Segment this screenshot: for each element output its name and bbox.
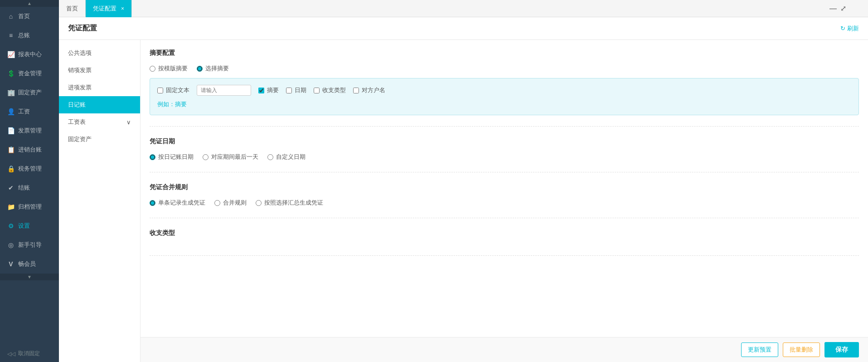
update-preview-button[interactable]: 更新预置: [741, 342, 778, 357]
radio-select-summary-label: 选择摘要: [205, 64, 229, 73]
fund-icon: 💲: [7, 70, 15, 77]
tab-voucher-config-label: 凭证配置: [93, 5, 116, 13]
sidebar-item-home-label: 首页: [18, 12, 30, 20]
merge-rules-section: 凭证合并规则 单条记录生成凭证 合并规则 按照选择汇总生成凭证: [150, 183, 859, 218]
radio-summary-gen[interactable]: 按照选择汇总生成凭证: [256, 199, 323, 207]
sidebar-item-member[interactable]: V 畅会员: [0, 254, 59, 274]
left-nav-item-fixed-asset[interactable]: 固定资产: [59, 131, 140, 148]
checkbox-fixed-text[interactable]: 固定文本: [157, 86, 189, 94]
sidebar-item-settings[interactable]: ⚙ 设置: [0, 216, 59, 235]
radio-merge-rule[interactable]: 合并规则: [214, 199, 247, 207]
sidebar-item-checkout[interactable]: ✔ 结账: [0, 178, 59, 197]
checkbox-date-label: 日期: [295, 86, 306, 94]
checkbox-date[interactable]: 日期: [286, 86, 306, 94]
checkbox-counterpart[interactable]: 对方户名: [353, 86, 385, 94]
sidebar-item-home[interactable]: ⌂ 首页: [0, 7, 59, 26]
radio-single-record-input[interactable]: [150, 200, 155, 206]
ledger-icon: ≡: [7, 32, 15, 39]
radio-last-day[interactable]: 对应期间最后一天: [203, 153, 258, 161]
report-icon: 📈: [7, 51, 15, 58]
tab-voucher-config[interactable]: 凭证配置 ×: [86, 0, 132, 17]
radio-select-summary-input[interactable]: [197, 66, 203, 72]
sidebar-item-asset[interactable]: 🏢 固定资产: [0, 83, 59, 102]
radio-custom-date-input[interactable]: [267, 154, 273, 160]
checkbox-summary[interactable]: 摘要: [258, 86, 279, 94]
radio-custom-date[interactable]: 自定义日期: [267, 153, 305, 161]
checkbox-payment-type[interactable]: 收支类型: [314, 86, 346, 94]
sidebar-item-archive[interactable]: 📁 归档管理: [0, 197, 59, 216]
tab-home-label: 首页: [66, 5, 78, 13]
radio-journal-date[interactable]: 按日记账日期: [150, 153, 194, 161]
window-maximize-button[interactable]: ⤢: [840, 4, 846, 13]
sidebar-item-ledger-label: 总账: [18, 31, 30, 39]
left-nav-sales-label: 销项发票: [68, 66, 92, 74]
voucher-date-section: 凭证日期 按日记账日期 对应期间最后一天 自定义日期: [150, 137, 859, 172]
sidebar-item-fund[interactable]: 💲 资金管理: [0, 64, 59, 83]
left-nav-item-payroll[interactable]: 工资表 ∨: [59, 113, 140, 131]
sidebar-item-asset-label: 固定资产: [18, 88, 42, 97]
checkbox-payment-type-input[interactable]: [314, 88, 320, 93]
guide-icon: ◎: [7, 241, 15, 249]
tab-home[interactable]: 首页: [59, 0, 86, 17]
checkbox-counterpart-label: 对方户名: [362, 86, 385, 94]
left-nav-payroll-label: 工资表: [68, 118, 86, 126]
voucher-date-radio-group: 按日记账日期 对应期间最后一天 自定义日期: [150, 153, 859, 161]
tab-bar-actions: — ⤢: [829, 4, 850, 13]
right-content: 摘要配置 按模版摘要 选择摘要: [141, 40, 868, 337]
sidebar-item-invoice-label: 发票管理: [18, 127, 42, 135]
left-nav-item-public[interactable]: 公共选项: [59, 44, 140, 62]
income-type-section: 收支类型: [150, 229, 859, 256]
radio-select-summary[interactable]: 选择摘要: [197, 64, 229, 73]
sidebar-item-trade[interactable]: 📋 进销台账: [0, 140, 59, 159]
radio-last-day-input[interactable]: [203, 154, 209, 160]
left-nav-purchase-label: 进项发票: [68, 83, 92, 92]
sidebar-item-archive-label: 归档管理: [18, 203, 42, 211]
radio-journal-date-input[interactable]: [150, 154, 155, 160]
refresh-button[interactable]: ↻ 刷新: [840, 24, 859, 33]
batch-delete-button[interactable]: 批量删除: [783, 342, 820, 357]
left-nav-item-sales[interactable]: 销项发票: [59, 62, 140, 79]
income-type-section-title: 收支类型: [150, 229, 859, 237]
sidebar-item-ledger[interactable]: ≡ 总账: [0, 26, 59, 45]
window-minimize-button[interactable]: —: [829, 4, 837, 13]
merge-rules-radio-group: 单条记录生成凭证 合并规则 按照选择汇总生成凭证: [150, 199, 859, 207]
left-nav-journal-label: 日记账: [68, 101, 86, 109]
radio-custom-date-label: 自定义日期: [276, 153, 305, 161]
radio-last-day-label: 对应期间最后一天: [211, 153, 258, 161]
sidebar-scroll-down[interactable]: ▼: [0, 274, 59, 280]
sidebar-item-report[interactable]: 📈 报表中心: [0, 45, 59, 64]
summary-section-title: 摘要配置: [150, 49, 859, 57]
checkbox-counterpart-input[interactable]: [353, 88, 359, 93]
radio-merge-rule-input[interactable]: [214, 200, 220, 206]
home-icon: ⌂: [7, 13, 15, 20]
radio-single-record[interactable]: 单条记录生成凭证: [150, 199, 205, 207]
left-nav-item-journal[interactable]: 日记账: [59, 96, 140, 113]
sidebar-item-member-label: 畅会员: [18, 260, 36, 268]
refresh-label: 刷新: [847, 24, 859, 33]
fixed-text-input[interactable]: [197, 85, 251, 96]
sidebar-item-guide[interactable]: ◎ 新手引导: [0, 235, 59, 254]
left-nav-item-purchase[interactable]: 进项发票: [59, 79, 140, 96]
radio-template-summary-input[interactable]: [150, 66, 155, 72]
sidebar-item-checkout-label: 结账: [18, 184, 30, 192]
sidebar-unpin-btn[interactable]: ◁◁ 取消固定: [0, 345, 59, 362]
summary-checkbox-row: 固定文本 摘要 日期: [157, 85, 851, 96]
radio-merge-rule-label: 合并规则: [223, 199, 247, 207]
radio-template-summary-label: 按模版摘要: [158, 64, 188, 73]
radio-template-summary[interactable]: 按模版摘要: [150, 64, 188, 73]
sidebar-item-tax[interactable]: 🔒 税务管理: [0, 159, 59, 178]
checkbox-summary-input[interactable]: [258, 88, 264, 93]
radio-summary-gen-label: 按照选择汇总生成凭证: [264, 199, 323, 207]
checkbox-date-input[interactable]: [286, 88, 292, 93]
sidebar-scroll-up[interactable]: ▲: [0, 0, 59, 7]
checkbox-fixed-text-input[interactable]: [157, 88, 163, 93]
member-icon: V: [7, 260, 15, 268]
invoice-icon: 📄: [7, 127, 15, 134]
sidebar-item-invoice[interactable]: 📄 发票管理: [0, 121, 59, 140]
tax-icon: 🔒: [7, 165, 15, 172]
sidebar-item-salary[interactable]: 👤 工资: [0, 102, 59, 121]
tab-close-icon[interactable]: ×: [121, 5, 124, 12]
radio-summary-gen-input[interactable]: [256, 200, 262, 206]
save-button[interactable]: 保存: [824, 342, 859, 357]
content-header: 凭证配置 ↻ 刷新: [59, 17, 868, 40]
